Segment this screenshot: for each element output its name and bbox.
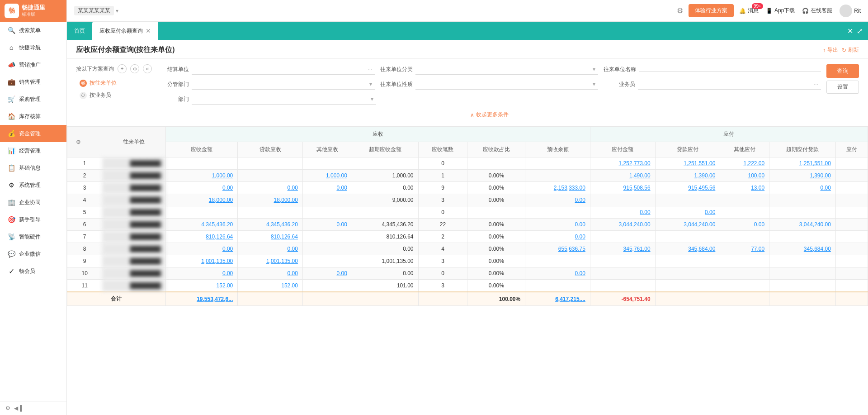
wechat-icon: 💬 bbox=[7, 250, 15, 258]
total-ar-amount[interactable]: 19,553,472,6... bbox=[165, 292, 237, 306]
settings-button[interactable]: 设置 bbox=[826, 81, 859, 94]
action-buttons: 查询 设置 bbox=[826, 64, 859, 94]
promo-button[interactable]: 体验行业方案 bbox=[689, 4, 734, 17]
filter-input-partner-name[interactable] bbox=[639, 67, 821, 72]
table-settings-icon[interactable]: ⚙ bbox=[72, 136, 85, 148]
sidebar-item-label: 智能硬件 bbox=[19, 233, 41, 241]
filter-field-partner-type: 往来单位分类 ▾ bbox=[380, 64, 598, 75]
home-icon: ⌂ bbox=[7, 43, 15, 52]
sidebar-item-label: 系统管理 bbox=[19, 181, 41, 189]
sidebar-item-wechat[interactable]: 💬 企业微信 bbox=[0, 245, 66, 262]
sidebar-item-label: 经营管理 bbox=[19, 147, 41, 155]
table-row: 1████████01,252,773.001,251,551.001,222.… bbox=[67, 157, 868, 170]
filter-input-salesman[interactable]: ··· bbox=[638, 79, 821, 90]
logo-version: 标准版 bbox=[22, 11, 45, 18]
page-header: 应收应付余额查询(按往来单位) ↑ 导出 ↻ 刷新 bbox=[67, 40, 868, 59]
sidebar-logo: 畅 畅捷通里 标准版 bbox=[0, 0, 66, 22]
total-ap-other bbox=[720, 292, 769, 306]
sidebar-item-marketing[interactable]: 📣 营销推广 bbox=[0, 56, 66, 73]
sidebar-item-finance[interactable]: 💰 资金管理 bbox=[0, 125, 66, 142]
add-scheme-button[interactable]: + bbox=[118, 64, 127, 73]
filter-field-dept: 部门 ▾ bbox=[157, 94, 376, 105]
sidebar-item-label: 快捷导航 bbox=[19, 44, 41, 52]
topbar-right: 🔔 消息 99+ 📱 App下载 🎧 在线客服 Rit bbox=[739, 5, 861, 17]
online-service-link[interactable]: 🎧 在线客服 bbox=[802, 7, 832, 14]
sidebar-item-label: 资金管理 bbox=[19, 130, 41, 138]
search-icon: 🔍 bbox=[7, 26, 15, 34]
table-row: 11████████152.00152.00101.0030.00% bbox=[67, 280, 868, 292]
tab-home[interactable]: 首页 bbox=[67, 22, 92, 40]
total-ar-prepay[interactable]: 6,417,215.... bbox=[525, 292, 590, 306]
scheme-label-salesman: 按业务员 bbox=[90, 91, 111, 99]
partner-name-cell: ████████ bbox=[102, 219, 165, 231]
sidebar-item-hardware[interactable]: 📡 智能硬件 bbox=[0, 228, 66, 245]
tab-close-window[interactable]: ✕ bbox=[847, 27, 853, 35]
filter-label-dept: 部门 bbox=[157, 95, 189, 103]
topbar-gear-icon[interactable]: ⚙ bbox=[677, 6, 683, 15]
page-actions: ↑ 导出 ↻ 刷新 bbox=[823, 46, 859, 54]
refresh-icon: ↻ bbox=[842, 47, 846, 53]
scheme-label-partner: 按往来单位 bbox=[90, 79, 117, 87]
query-button[interactable]: 查询 bbox=[826, 64, 859, 78]
scheme-by-partner[interactable]: 畅 按往来单位 bbox=[76, 78, 153, 88]
th-settings[interactable]: ⚙ bbox=[67, 127, 102, 157]
scheme-icon-salesman: ⏱ bbox=[80, 92, 87, 99]
tab-ar-ap[interactable]: 应收应付余额查询 ✕ bbox=[92, 22, 158, 40]
tabbar-right: ✕ ⤢ bbox=[847, 27, 868, 35]
filter-input-partner-nature[interactable]: ▾ bbox=[415, 79, 598, 90]
notifications-button[interactable]: 🔔 消息 99+ bbox=[739, 7, 759, 14]
sidebar-item-purchase[interactable]: 🛒 采购管理 bbox=[0, 91, 66, 108]
table-row: 2████████1,000.001,000.001,000.0010.00%1… bbox=[67, 170, 868, 182]
chevron-down-icon: ▾ bbox=[593, 66, 595, 72]
collapse-filter-button[interactable]: ∧ 收起更多条件 bbox=[157, 109, 821, 120]
inventory-icon: 🏠 bbox=[7, 112, 15, 120]
sidebar-item-nav[interactable]: ⌂ 快捷导航 bbox=[0, 39, 66, 56]
dots-icon: ··· bbox=[368, 66, 372, 72]
sidebar-item-system[interactable]: ⚙ 系统管理 bbox=[0, 176, 66, 194]
filter-field-salesman: 业务员 ··· bbox=[604, 79, 821, 90]
chevron-down-icon2: ▾ bbox=[369, 81, 372, 87]
th-ap-extra: 应付 bbox=[835, 142, 868, 157]
table-row: 4████████18,000.0018,000.009,000.0030.00… bbox=[67, 194, 868, 206]
main-area: 某某某某某某 ▾ ⚙ 体验行业方案 🔔 消息 99+ 📱 App下载 🎧 在线客… bbox=[67, 0, 868, 415]
filter-right: 结算单位 ··· 往来单位分类 bbox=[157, 64, 859, 120]
edit-scheme-button[interactable]: ⚙ bbox=[130, 64, 139, 73]
filter-label-dept-mgr: 分管部门 bbox=[157, 81, 189, 88]
sidebar-item-search[interactable]: 🔍 搜索菜单 bbox=[0, 22, 66, 39]
th-ar-amount: 应收金额 bbox=[165, 142, 237, 157]
sidebar-item-basic[interactable]: 📋 基础信息 bbox=[0, 159, 66, 176]
partner-name-cell: ████████ bbox=[102, 157, 165, 170]
collapse-scheme-button[interactable]: « bbox=[143, 64, 152, 73]
page-title: 应收应付余额查询(按往来单位) bbox=[76, 45, 175, 55]
app-download-link[interactable]: 📱 App下载 bbox=[766, 7, 795, 14]
filter-field-settlement: 结算单位 ··· bbox=[157, 64, 375, 75]
user-area[interactable]: Rit bbox=[840, 5, 861, 17]
sidebar-item-corp[interactable]: 🏢 企业协同 bbox=[0, 194, 66, 211]
tab-close-icon[interactable]: ✕ bbox=[146, 27, 151, 34]
page-content: 应收应付余额查询(按往来单位) ↑ 导出 ↻ 刷新 bbox=[67, 40, 868, 415]
sidebar-item-guide[interactable]: 🎯 新手引导 bbox=[0, 211, 66, 228]
total-ap-extra bbox=[835, 292, 868, 306]
sidebar-item-mgmt[interactable]: 📊 经营管理 bbox=[0, 142, 66, 159]
export-button[interactable]: ↑ 导出 bbox=[823, 46, 838, 54]
sidebar-item-inventory[interactable]: 🏠 库存核算 bbox=[0, 108, 66, 125]
corp-icon: 🏢 bbox=[7, 198, 15, 206]
refresh-button[interactable]: ↻ 刷新 bbox=[842, 46, 859, 54]
sidebar-item-sales[interactable]: 💼 销售管理 bbox=[0, 73, 66, 91]
sidebar-item-member[interactable]: ✓ 畅会员 bbox=[0, 262, 66, 280]
filter-input-partner-type[interactable]: ▾ bbox=[415, 64, 598, 75]
tab-maximize[interactable]: ⤢ bbox=[857, 27, 863, 35]
sidebar-collapse-icon[interactable]: ◀▐ bbox=[14, 405, 22, 411]
marketing-icon: 📣 bbox=[7, 61, 15, 69]
filter-input-dept-mgr[interactable]: ▾ bbox=[192, 79, 375, 90]
filter-input-dept[interactable]: ▾ bbox=[192, 94, 376, 105]
total-ap-overdue bbox=[769, 292, 836, 306]
tab-home-label: 首页 bbox=[74, 27, 85, 35]
sidebar-settings-icon[interactable]: ⚙ bbox=[5, 405, 10, 411]
bell-icon: 🔔 bbox=[739, 8, 746, 14]
filter-input-settlement[interactable]: ··· bbox=[192, 64, 375, 75]
table-container[interactable]: ⚙ 往来单位 应收 应付 应收金额 贷款应收 其他应收 超期应收金额 bbox=[67, 126, 868, 306]
filter-schemes: 畅 按往来单位 ⏱ 按业务员 bbox=[76, 78, 153, 100]
scheme-by-salesman[interactable]: ⏱ 按业务员 bbox=[76, 90, 153, 100]
logo-icon: 畅 bbox=[5, 4, 19, 18]
